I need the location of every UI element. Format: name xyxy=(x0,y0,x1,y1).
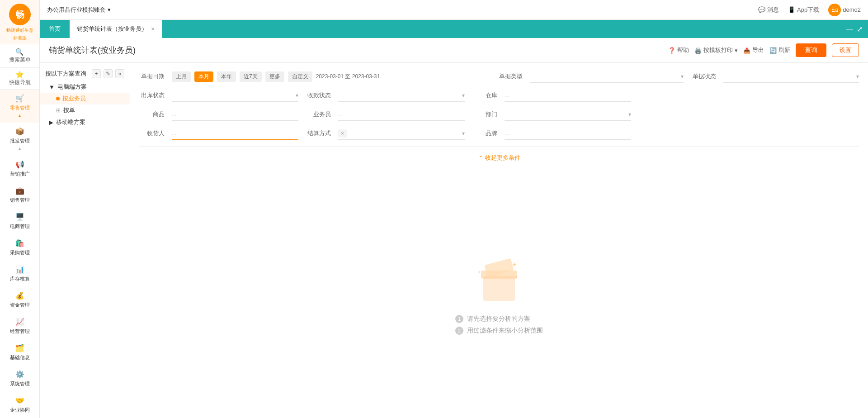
brand-label: 品牌 xyxy=(472,129,497,138)
payment-tag-close[interactable]: × xyxy=(341,130,344,137)
breadcrumb-dropdown[interactable]: 办公用品行业模拟账套 ▾ xyxy=(47,6,111,14)
main-area: 办公用品行业模拟账套 ▾ 💬 消息 📱 App下载 Ea demo2 首页 销货… xyxy=(40,0,868,418)
brand-placeholder: ... xyxy=(505,130,631,137)
dept-input[interactable]: ▾ xyxy=(505,108,631,121)
user-area[interactable]: Ea demo2 xyxy=(828,4,861,16)
sidebar: 畅 畅捷通好生意 标准版 🔍 搜索菜单 ⭐ 快捷导航 🛒 零售管理 ▲ 📦 批发… xyxy=(0,0,40,418)
message-btn[interactable]: 💬 消息 xyxy=(758,6,779,14)
doc-type-input[interactable]: ▾ xyxy=(530,70,684,83)
settings-button[interactable]: 设置 xyxy=(832,43,859,57)
sidebar-item-marketing[interactable]: 📢 营销推广 xyxy=(0,156,39,182)
tree-item-by-order[interactable]: ⊞ 按单 xyxy=(40,104,130,116)
consignee-input[interactable]: ... xyxy=(172,127,298,140)
tree-item-by-staff[interactable]: 按业务员 xyxy=(40,93,130,104)
sidebar-item-retail[interactable]: 🛒 零售管理 ▲ xyxy=(0,90,39,123)
order-icon: ⊞ xyxy=(56,107,61,114)
tab-close-btn[interactable]: × xyxy=(151,25,155,33)
sidebar-item-base[interactable]: 🗂️ 基础信息 xyxy=(0,339,39,366)
by-staff-label: 按业务员 xyxy=(62,95,86,103)
app-download-btn[interactable]: 📱 App下载 xyxy=(788,6,819,14)
staff-label: 业务员 xyxy=(306,110,331,119)
sidebar-item-inventory[interactable]: 📊 库存核算 xyxy=(0,261,39,287)
left-panel-title: 按以下方案查询 xyxy=(45,70,86,78)
date-custom-btn[interactable]: 自定义 xyxy=(288,71,312,82)
tab-minimize-btn[interactable]: — xyxy=(846,25,853,33)
ecommerce-icon: 🖥️ xyxy=(15,213,24,221)
sidebar-search[interactable]: 🔍 搜索菜单 xyxy=(0,44,39,68)
date-this-year-btn[interactable]: 本年 xyxy=(217,71,236,82)
warehouse-input[interactable]: ... xyxy=(505,89,631,102)
consignee-placeholder: ... xyxy=(172,130,298,137)
filter-row-2: 出库状态 ▾ 收款状态 ▾ 仓库 ... xyxy=(139,89,859,102)
by-order-label: 按单 xyxy=(63,106,75,114)
tree-mobile-arrow: ▶ xyxy=(49,119,53,126)
empty-steps-list: 1 请先选择要分析的方案 2 用过滤条件来缩小分析范围 xyxy=(455,315,543,338)
page-header-actions: ❓ 帮助 🖨️ 按模板打印 ▾ 📤 导出 🔄 刷新 查询 设置 xyxy=(668,43,859,57)
empty-svg: ✦ ✦ ✦ xyxy=(472,253,526,308)
sidebar-item-finance[interactable]: 💰 资金管理 xyxy=(0,287,39,313)
finance-icon: 💰 xyxy=(15,291,24,300)
export-btn[interactable]: 📤 导出 xyxy=(743,46,764,54)
staff-input[interactable]: ... xyxy=(338,108,465,121)
sidebar-item-purchase[interactable]: 🛍️ 采购管理 xyxy=(0,234,39,261)
sidebar-item-enterprise[interactable]: 🤝 企业协同 xyxy=(0,392,39,418)
print-icon: 🖨️ xyxy=(694,47,702,54)
doc-status-label: 单据状态 xyxy=(691,72,716,81)
date-this-month-btn[interactable]: 本月 xyxy=(194,71,213,82)
out-status-input[interactable]: ▾ xyxy=(172,89,298,102)
step-1-num: 1 xyxy=(455,315,463,323)
collapse-panel-btn[interactable]: « xyxy=(115,69,124,78)
tree-mobile-section[interactable]: ▶ 移动端方案 xyxy=(40,116,130,128)
receipt-status-input[interactable]: ▾ xyxy=(338,89,465,102)
retail-icon: 🛒 xyxy=(15,94,24,103)
sidebar-item-business[interactable]: 📈 经营管理 xyxy=(0,313,39,339)
tagline: 标准版 xyxy=(13,35,27,41)
help-label: 帮助 xyxy=(677,46,689,54)
svg-rect-0 xyxy=(483,276,515,301)
wholesale-icon: 📦 xyxy=(15,127,24,136)
collapse-btn[interactable]: ⌃ 收起更多条件 xyxy=(139,150,859,166)
left-panel: 按以下方案查询 + ✎ « ▼ 电脑端方案 按业务员 ⊞ xyxy=(40,63,130,418)
filter-row-1: 单据日期 上月 本月 本年 近7天 更多 自定义 2023-03-01 至 20… xyxy=(139,70,859,83)
add-scheme-btn[interactable]: + xyxy=(92,69,101,78)
date-more-btn[interactable]: 更多 xyxy=(265,71,284,82)
payment-tag: × xyxy=(338,129,347,138)
staff-placeholder: ... xyxy=(338,111,465,118)
out-status-label: 出库状态 xyxy=(139,91,165,100)
sidebar-item-sales[interactable]: 💼 销售管理 xyxy=(0,182,39,208)
tree-pc-section: ▼ 电脑端方案 xyxy=(40,81,130,93)
sidebar-quicknav[interactable]: ⭐ 快捷导航 xyxy=(0,68,39,90)
refresh-btn[interactable]: 🔄 刷新 xyxy=(769,46,790,54)
export-label: 导出 xyxy=(752,46,764,54)
breadcrumb-area: 办公用品行业模拟账套 ▾ xyxy=(47,6,111,14)
tab-active[interactable]: 销货单统计表（按业务员） × xyxy=(70,20,162,38)
brand-input[interactable]: ... xyxy=(505,127,631,140)
doc-type-arrow: ▾ xyxy=(681,73,684,80)
page-title: 销货单统计表(按业务员) xyxy=(49,45,136,56)
receipt-status-label: 收款状态 xyxy=(306,91,331,100)
date-last-month-btn[interactable]: 上月 xyxy=(172,71,191,82)
tab-maximize-btn[interactable]: ⤢ xyxy=(857,25,863,33)
empty-illustration: ✦ ✦ ✦ xyxy=(472,253,526,308)
print-btn[interactable]: 🖨️ 按模板打印 ▾ xyxy=(694,46,738,54)
sidebar-item-system[interactable]: ⚙️ 系统管理 xyxy=(0,366,39,392)
step-2-text: 用过滤条件来缩小分析范围 xyxy=(467,327,543,335)
refresh-icon: 🔄 xyxy=(769,47,777,54)
tab-bar: 首页 销货单统计表（按业务员） × — ⤢ xyxy=(40,20,868,38)
empty-state: ✦ ✦ ✦ 1 请先选择要分析的方案 2 用过 xyxy=(130,173,868,418)
payment-input[interactable]: × ▾ xyxy=(338,127,465,140)
header-actions: 💬 消息 📱 App下载 Ea demo2 xyxy=(758,4,861,16)
date-last7-btn[interactable]: 近7天 xyxy=(240,71,262,82)
doc-status-input[interactable]: ▾ xyxy=(723,70,859,83)
empty-step-1: 1 请先选择要分析的方案 xyxy=(455,315,543,323)
filter-row-3: 商品 ... 业务员 ... 部门 ▾ xyxy=(139,108,859,121)
query-button[interactable]: 查询 xyxy=(796,43,826,57)
tab-home[interactable]: 首页 xyxy=(40,20,70,38)
print-arrow: ▾ xyxy=(735,47,738,54)
help-btn[interactable]: ❓ 帮助 xyxy=(668,46,689,54)
sidebar-item-wholesale[interactable]: 📦 批发管理 ▲ xyxy=(0,123,39,156)
sidebar-item-ecommerce[interactable]: 🖥️ 电商管理 xyxy=(0,208,39,234)
edit-scheme-btn[interactable]: ✎ xyxy=(104,69,113,78)
tab-active-label: 销货单统计表（按业务员） xyxy=(77,25,147,33)
product-input[interactable]: ... xyxy=(172,108,298,121)
